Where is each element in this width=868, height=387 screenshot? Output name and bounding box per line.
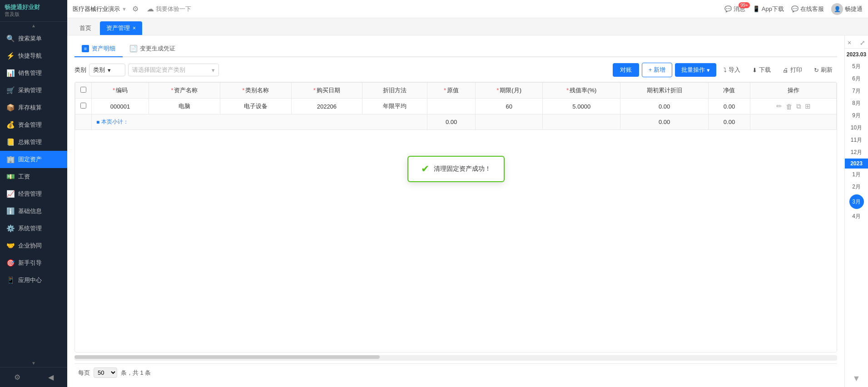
ledger-icon: 📒 xyxy=(6,138,15,146)
toast-message: 清理固定资产成功！ xyxy=(434,165,491,173)
panel-expand-icon[interactable]: ⤢ xyxy=(860,39,865,46)
print-button[interactable]: 🖨 打印 xyxy=(778,63,807,77)
subtab-asset-detail[interactable]: ≡ 资产明细 xyxy=(74,41,123,57)
app-download-button[interactable]: 📱 App下载 xyxy=(753,5,784,13)
sidebar-item-label: 新手引导 xyxy=(18,259,42,267)
panel-month-4[interactable]: 4月 xyxy=(845,210,868,223)
sidebar-scroll-down-icon[interactable]: ▼ xyxy=(31,361,36,366)
table-row: 000001 电脑 电子设备 202206 年限平均 60 5.0000 0.0… xyxy=(75,99,837,114)
sidebar-item-label: 系统管理 xyxy=(18,224,42,233)
sidebar-item-label: 工资 xyxy=(18,173,30,181)
header-name: *资产名称 xyxy=(149,83,220,99)
sidebar-item-cooperation[interactable]: 🤝 企业协同 xyxy=(0,237,67,254)
company-selector[interactable]: 医疗器械行业演示 ▼ xyxy=(73,5,127,13)
panel-month-7[interactable]: 7月 xyxy=(845,85,868,97)
reconcile-button[interactable]: 对账 xyxy=(613,63,639,77)
subtab-change-voucher[interactable]: 📄 变更生成凭证 xyxy=(123,41,183,57)
sidebar-item-system[interactable]: ⚙️ 系统管理 xyxy=(0,220,67,237)
asset-category-select[interactable]: 请选择固定资产类别 ▾ xyxy=(128,64,219,76)
tab-close-icon[interactable]: × xyxy=(133,25,136,31)
row-category: 电子设备 xyxy=(220,99,291,114)
sidebar-item-funds[interactable]: 💰 资金管理 xyxy=(0,116,67,134)
sidebar: 畅捷通好业财 普及版 ▲ 🔍 搜索菜单 ⚡ 快捷导航 📊 销售管理 🛒 采购管理… xyxy=(0,0,67,387)
message-button[interactable]: 💬 消息 99+ xyxy=(724,5,745,13)
per-page-select[interactable]: 50 10 20 100 xyxy=(94,367,117,378)
panel-year-2023[interactable]: 2023 xyxy=(845,159,868,169)
horizontal-scrollbar[interactable] xyxy=(74,355,837,361)
quick-nav-icon: ⚡ xyxy=(6,52,15,60)
sidebar-item-guide[interactable]: 🎯 新手引导 xyxy=(0,254,67,272)
experience-button[interactable]: ☁ 我要体验一下 xyxy=(147,5,191,13)
more-icon[interactable]: ⊞ xyxy=(805,102,811,110)
sidebar-item-label: 销售管理 xyxy=(18,69,42,77)
sidebar-item-label: 总账管理 xyxy=(18,138,42,146)
panel-month-11[interactable]: 11月 xyxy=(845,134,868,146)
refresh-button[interactable]: ↻ 刷新 xyxy=(809,63,837,77)
sidebar-item-search[interactable]: 🔍 搜索菜单 xyxy=(0,30,67,47)
row-checkbox-cell xyxy=(75,99,92,114)
sidebar-logo: 畅捷通好业财 xyxy=(5,4,40,11)
panel-collapse-icon[interactable]: ▼ xyxy=(849,370,864,387)
service-label: 在线客服 xyxy=(800,5,824,13)
download-button[interactable]: ⬇ 下载 xyxy=(748,63,775,77)
panel-month-6[interactable]: 6月 xyxy=(845,73,868,85)
category-filter-select[interactable]: 类别 ▾ xyxy=(89,64,125,76)
sidebar-item-sales[interactable]: 📊 销售管理 xyxy=(0,64,67,82)
panel-month-12[interactable]: 12月 xyxy=(845,146,868,159)
tab-home[interactable]: 首页 xyxy=(73,21,98,35)
table-header-row: *编码 *资产名称 *类别名称 *购买日期 折旧方法 *原值 *期限(月) *残… xyxy=(75,83,837,99)
panel-month-1[interactable]: 1月 xyxy=(845,169,868,181)
message-icon: 💬 xyxy=(724,5,732,12)
delete-icon[interactable]: 🗑 xyxy=(786,103,793,110)
per-page-label: 每页 xyxy=(78,369,90,377)
sidebar-item-fixed-assets[interactable]: 🏢 固定资产 xyxy=(0,151,67,168)
main-area: 医疗器械行业演示 ▼ ⚙ ☁ 我要体验一下 💬 消息 99+ 📱 App下载 💬… xyxy=(67,0,868,387)
import-button[interactable]: ⤵ 导入 xyxy=(719,63,745,77)
operation-icon: 📈 xyxy=(6,190,15,198)
select-all-checkbox[interactable] xyxy=(80,87,86,93)
sidebar-item-quick-nav[interactable]: ⚡ 快捷导航 xyxy=(0,47,67,64)
batch-label: 批量操作 xyxy=(681,66,705,74)
subtotal-row: ■ 本页小计： 0.00 0.00 0.00 xyxy=(75,114,837,130)
sidebar-item-label: 采购管理 xyxy=(18,86,42,94)
add-button[interactable]: + 新增 xyxy=(642,63,672,77)
panel-header: × ⤢ xyxy=(845,37,868,49)
batch-button[interactable]: 批量操作 ▾ xyxy=(675,63,716,77)
panel-close-icon[interactable]: × xyxy=(848,39,851,46)
sidebar-item-basic-info[interactable]: ℹ️ 基础信息 xyxy=(0,203,67,220)
panel-month-9[interactable]: 9月 xyxy=(845,109,868,122)
copy-icon[interactable]: ⧉ xyxy=(796,102,801,110)
sidebar-scroll-up-icon[interactable]: ▲ xyxy=(31,23,36,28)
row-initial-depreciation: 0.00 xyxy=(620,99,709,114)
download-label: 下载 xyxy=(759,66,771,74)
panel-month-10[interactable]: 10月 xyxy=(845,122,868,134)
header-depreciation-method: 折旧方法 xyxy=(362,83,427,99)
row-checkbox[interactable] xyxy=(80,103,86,109)
sidebar-item-inventory[interactable]: 📦 库存核算 xyxy=(0,99,67,116)
panel-month-2[interactable]: 2月 xyxy=(845,181,868,193)
header-initial-depreciation: 期初累计折旧 xyxy=(620,83,709,99)
settings-gear-icon[interactable]: ⚙ xyxy=(132,5,139,13)
panel-month-3-current[interactable]: 3月 xyxy=(849,194,864,209)
import-icon: ⤵ xyxy=(724,67,727,74)
row-original-value xyxy=(427,99,476,114)
panel-month-5[interactable]: 5月 xyxy=(845,60,868,73)
panel-month-8[interactable]: 8月 xyxy=(845,97,868,109)
subtotal-icon: ■ xyxy=(96,119,99,125)
sidebar-item-purchase[interactable]: 🛒 采购管理 xyxy=(0,82,67,99)
assets-table: *编码 *资产名称 *类别名称 *购买日期 折旧方法 *原值 *期限(月) *残… xyxy=(75,82,837,130)
online-service-button[interactable]: 💬 在线客服 xyxy=(791,5,824,13)
collapse-sidebar-button[interactable]: ◀ xyxy=(45,371,57,383)
refresh-icon: ↻ xyxy=(814,67,819,74)
sidebar-header: 畅捷通好业财 普及版 xyxy=(0,0,67,22)
settings-button[interactable]: ⚙ xyxy=(10,371,24,383)
sidebar-item-apps[interactable]: 📱 应用中心 xyxy=(0,272,67,289)
user-menu-button[interactable]: 👤 畅捷通 xyxy=(831,3,863,15)
sidebar-item-operation[interactable]: 📈 经营管理 xyxy=(0,185,67,203)
sidebar-item-label: 企业协同 xyxy=(18,242,42,250)
tab-asset-management[interactable]: 资产管理 × xyxy=(100,21,142,35)
edit-icon[interactable]: ✏ xyxy=(776,102,782,110)
sidebar-item-payroll[interactable]: 💵 工资 xyxy=(0,168,67,185)
row-residual-rate: 5.0000 xyxy=(543,99,620,114)
sidebar-item-ledger[interactable]: 📒 总账管理 xyxy=(0,134,67,151)
